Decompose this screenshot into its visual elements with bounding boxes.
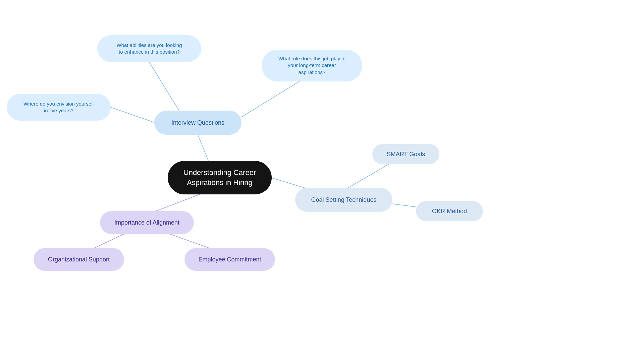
interview-questions-node: Interview Questions [154,111,241,135]
employee-label: Employee Commitment [198,255,261,263]
okr-method-node: OKR Method [416,201,483,221]
alignment-node: Importance of Alignment [100,211,194,234]
employee-commitment-node: Employee Commitment [184,248,275,271]
envision-label: Where do you envision yourself in five y… [23,101,94,114]
center-label: Understanding Career Aspirations in Hiri… [183,168,256,187]
okr-label: OKR Method [432,207,467,215]
role-node: What role does this job play in your lon… [262,50,362,81]
interview-label: Interview Questions [171,119,224,127]
envision-node: Where do you envision yourself in five y… [7,94,111,121]
goal-setting-node: Goal Setting Techniques [295,188,392,212]
smart-label: SMART Goals [387,150,425,158]
svg-line-2 [111,107,155,123]
goal-setting-label: Goal Setting Techniques [311,196,377,204]
svg-line-0 [198,135,209,162]
smart-goals-node: SMART Goals [372,144,439,164]
svg-line-1 [149,62,179,111]
abilities-label: What abilities are you looking to enhanc… [116,42,182,56]
alignment-label: Importance of Alignment [114,219,179,227]
role-label: What role does this job play in your lon… [278,55,345,76]
abilities-node: What abilities are you looking to enhanc… [97,35,201,62]
org-support-node: Organizational Support [34,248,124,271]
center-node: Understanding Career Aspirations in Hiri… [168,161,272,194]
org-label: Organizational Support [48,255,110,263]
